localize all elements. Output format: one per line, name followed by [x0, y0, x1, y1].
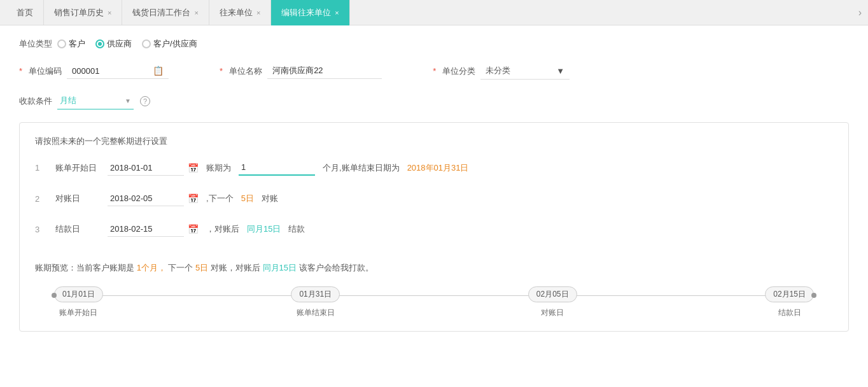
- unit-info-row: * 单位编码 📋 * 单位名称 * 单位分类 未分类 ▼: [19, 62, 849, 80]
- reconcile-date-field: 📅: [108, 191, 199, 206]
- start-date-field: 📅: [108, 160, 199, 176]
- timeline-container: 01月01日 账单开始日 01月31日 账单结束日 02月05日 对账日: [41, 286, 827, 318]
- radio-supplier-circle: [95, 39, 104, 48]
- preview-period: 1个月，: [137, 263, 166, 272]
- period-suffix: 个月,账单结束日期为: [323, 162, 400, 174]
- tab-cashflow[interactable]: 钱货日清工作台 ×: [122, 0, 209, 25]
- payment-date-field: 📅: [108, 222, 199, 237]
- unit-category-value: 未分类: [486, 65, 510, 76]
- node-2-label: 账单结束日: [297, 307, 335, 318]
- unit-category-star: *: [433, 66, 436, 76]
- tab-partners-close[interactable]: ×: [256, 9, 260, 17]
- payment-terms-chevron-icon: ▼: [125, 97, 131, 104]
- reconcile-day-highlight: 5日: [241, 193, 254, 204]
- payment-terms-value: 月结: [60, 95, 122, 106]
- unit-code-input[interactable]: [72, 66, 153, 76]
- tab-sales-history[interactable]: 销售订单历史 ×: [44, 0, 122, 25]
- tab-cashflow-label: 钱货日清工作台: [132, 7, 190, 18]
- payment-terms-row: 收款条件 月结 ▼ ?: [19, 92, 849, 109]
- unit-name-star: *: [220, 66, 223, 76]
- node-4-date: 02月15日: [765, 286, 814, 302]
- timeline-node-2: 01月31日 账单结束日: [291, 286, 340, 318]
- main-content: 单位类型 客户 供应商 客户/供应商 * 单位编码 📋: [0, 25, 868, 387]
- unit-code-field[interactable]: 📋: [67, 63, 169, 79]
- tab-sales-history-label: 销售订单历史: [54, 7, 104, 18]
- radio-supplier-label: 供应商: [107, 38, 132, 50]
- payment-prefix: ，对账后: [206, 223, 239, 235]
- settings-title: 请按照未来的一个完整帐期进行设置: [35, 136, 833, 147]
- help-icon[interactable]: ?: [140, 96, 150, 106]
- timeline-start-dot: [52, 293, 57, 298]
- radio-customer-supplier-label: 客户/供应商: [153, 38, 197, 50]
- period-label: 账期为: [206, 162, 231, 174]
- reconcile-suffix: 对账: [262, 193, 278, 204]
- unit-type-radio-group: 客户 供应商 客户/供应商: [57, 38, 197, 50]
- tab-edit-partner[interactable]: 编辑往来单位 ×: [271, 0, 349, 25]
- timeline-node-4: 02月15日 结款日: [765, 286, 814, 318]
- timeline-nodes: 01月01日 账单开始日 01月31日 账单结束日 02月05日 对账日: [41, 286, 827, 318]
- setting-label-2: 对账日: [55, 193, 100, 204]
- radio-customer-circle: [57, 39, 66, 48]
- timeline-node-3: 02月05日 对账日: [528, 286, 577, 318]
- period-input[interactable]: [239, 160, 315, 176]
- unit-code-star: *: [19, 66, 22, 76]
- node-1-label: 账单开始日: [59, 307, 97, 318]
- unit-name-label: 单位名称: [229, 66, 262, 77]
- settings-box: 请按照未来的一个完整帐期进行设置 1 账单开始日 📅 账期为 个月,账单结束日期…: [19, 122, 849, 332]
- reconcile-date-calendar-icon[interactable]: 📅: [188, 194, 199, 204]
- preview-next: 下一个: [168, 263, 193, 272]
- unit-category-chevron-icon: ▼: [556, 66, 564, 76]
- unit-code-copy-icon[interactable]: 📋: [153, 66, 164, 76]
- unit-name-input[interactable]: [267, 64, 382, 79]
- tab-sales-history-close[interactable]: ×: [108, 9, 111, 17]
- radio-customer-supplier[interactable]: 客户/供应商: [142, 38, 197, 50]
- payment-terms-select[interactable]: 月结 ▼: [57, 92, 134, 109]
- payment-terms-label: 收款条件: [19, 95, 52, 107]
- tab-bar: 首页 销售订单历史 × 钱货日清工作台 × 往来单位 × 编辑往来单位 × ›: [0, 0, 868, 25]
- tab-edit-partner-close[interactable]: ×: [335, 9, 339, 17]
- preview-payment-day: 同月15日: [263, 263, 297, 272]
- node-3-date: 02月05日: [528, 286, 577, 302]
- payment-date-calendar-icon[interactable]: 📅: [188, 224, 199, 234]
- unit-name-group: * 单位名称: [220, 64, 382, 79]
- setting-row-1: 1 账单开始日 📅 账期为 个月,账单结束日期为 2018年01月31日: [35, 160, 833, 176]
- reconcile-prefix: ,下一个: [206, 193, 234, 204]
- unit-category-select[interactable]: 未分类 ▼: [480, 62, 570, 80]
- preview-reconcile-day: 5日: [195, 263, 208, 272]
- unit-type-row: 单位类型 客户 供应商 客户/供应商: [19, 38, 849, 50]
- tab-home[interactable]: 首页: [6, 0, 44, 25]
- radio-customer-supplier-circle: [142, 39, 151, 48]
- reconcile-date-input[interactable]: [108, 191, 184, 206]
- preview-end-text: 该客户会给我打款。: [299, 263, 374, 272]
- radio-customer[interactable]: 客户: [57, 38, 85, 50]
- setting-row-3: 3 结款日 📅 ，对账后 同月15日 结款: [35, 222, 833, 237]
- period-end-date: 2018年01月31日: [407, 162, 469, 174]
- setting-label-1: 账单开始日: [55, 162, 100, 174]
- payment-day-highlight: 同月15日: [247, 223, 281, 235]
- node-2-date: 01月31日: [291, 286, 340, 302]
- unit-category-group: * 单位分类 未分类 ▼: [433, 62, 570, 80]
- tab-partners-label: 往来单位: [220, 7, 253, 18]
- preview-reconcile-text: 对账，对账后: [211, 263, 260, 272]
- radio-customer-label: 客户: [69, 38, 85, 50]
- timeline-node-1: 01月01日 账单开始日: [54, 286, 103, 318]
- start-date-input[interactable]: [108, 160, 184, 176]
- unit-code-label: 单位编码: [29, 66, 62, 77]
- tab-edit-partner-label: 编辑往来单位: [281, 7, 331, 18]
- preview-text: 账期预览：当前客户账期是 1个月， 下一个 5日 对账，对账后 同月15日 该客…: [35, 262, 833, 274]
- setting-num-1: 1: [35, 163, 48, 172]
- radio-supplier[interactable]: 供应商: [95, 38, 132, 50]
- unit-code-group: * 单位编码 📋: [19, 63, 169, 79]
- setting-label-3: 结款日: [55, 223, 100, 235]
- unit-type-label: 单位类型: [19, 38, 52, 50]
- tab-partners[interactable]: 往来单位 ×: [209, 0, 271, 25]
- setting-num-3: 3: [35, 225, 48, 234]
- payment-date-input[interactable]: [108, 222, 184, 237]
- node-1-date: 01月01日: [54, 286, 103, 302]
- tab-expand-button[interactable]: ›: [858, 7, 862, 18]
- tab-cashflow-close[interactable]: ×: [194, 9, 198, 17]
- setting-row-2: 2 对账日 📅 ,下一个 5日 对账: [35, 191, 833, 206]
- node-4-label: 结款日: [778, 307, 801, 318]
- preview-section: 账期预览：当前客户账期是 1个月， 下一个 5日 对账，对账后 同月15日 该客…: [35, 252, 833, 318]
- start-date-calendar-icon[interactable]: 📅: [188, 163, 199, 173]
